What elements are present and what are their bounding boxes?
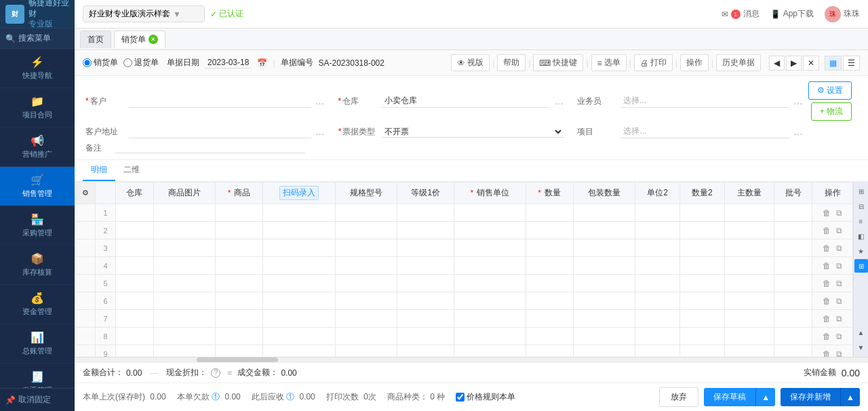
next-page-btn[interactable]: ▶: [786, 56, 802, 71]
sidebar-item-quick-nav[interactable]: ⚡ 快捷导航: [0, 49, 75, 88]
table-row[interactable]: 2 🗑 ⧉: [75, 222, 853, 239]
setup-btn[interactable]: ⚙ 设置: [808, 81, 852, 100]
cell-unit2-5[interactable]: [635, 275, 680, 292]
delete-icon-3[interactable]: 🗑: [823, 243, 831, 253]
th-unit2[interactable]: 单位2: [635, 182, 680, 204]
cell-pack-2[interactable]: [573, 222, 635, 239]
cell-qty-1[interactable]: [526, 204, 573, 222]
cell-product-8[interactable]: [216, 328, 263, 345]
table-row[interactable]: 9 🗑 ⧉: [75, 345, 853, 357]
th-qty[interactable]: 数量: [526, 182, 573, 204]
cell-main-9[interactable]: [724, 345, 774, 357]
panel-icon-2[interactable]: ⊟: [854, 199, 868, 213]
cell-warehouse-3[interactable]: [116, 239, 154, 257]
cell-main-2[interactable]: [724, 222, 774, 239]
th-pack-qty[interactable]: 包装数量: [573, 182, 635, 204]
cell-product-9[interactable]: [216, 345, 263, 357]
cell-qty2-4[interactable]: [679, 257, 724, 275]
cell-unit2-6[interactable]: [635, 292, 680, 310]
cell-product-3[interactable]: [216, 239, 263, 257]
save-new-arrow-btn[interactable]: ▲: [840, 388, 860, 406]
th-warehouse[interactable]: 仓库: [116, 182, 154, 204]
cell-qty-3[interactable]: [526, 239, 573, 257]
cell-unit-4[interactable]: [454, 257, 526, 275]
cell-grade-2[interactable]: [397, 222, 454, 239]
cancel-fixed-btn[interactable]: 📌 取消固定: [0, 389, 75, 411]
cell-qty-2[interactable]: [526, 222, 573, 239]
cell-unit2-3[interactable]: [635, 239, 680, 257]
copy-icon-5[interactable]: ⧉: [836, 279, 842, 288]
price-policy-checkbox[interactable]: 价格规则本单: [456, 391, 515, 403]
sidebar-item-sales[interactable]: 🛒 销售管理: [0, 167, 75, 206]
cell-qty-5[interactable]: [526, 275, 573, 292]
cell-unit2-4[interactable]: [635, 257, 680, 275]
cell-warehouse-1[interactable]: [116, 204, 154, 222]
cell-pack-6[interactable]: [573, 292, 635, 310]
cell-warehouse-4[interactable]: [116, 257, 154, 275]
view-btn[interactable]: 👁 视版: [451, 54, 490, 71]
cell-spec-9[interactable]: [335, 345, 397, 357]
cell-image-9[interactable]: [153, 345, 216, 357]
warehouse-ellipsis-btn[interactable]: …: [554, 96, 564, 106]
cell-barcode-2[interactable]: [263, 222, 336, 239]
delete-icon-5[interactable]: 🗑: [823, 279, 831, 288]
table-row[interactable]: 7 🗑 ⧉: [75, 310, 853, 328]
sidebar-item-inventory[interactable]: 📦 库存核算: [0, 246, 75, 285]
cell-unit-3[interactable]: [454, 239, 526, 257]
note-input[interactable]: [115, 143, 305, 153]
cell-pack-8[interactable]: [573, 328, 635, 345]
sidebar-item-project[interactable]: 📁 项目合同: [0, 88, 75, 128]
cell-main-3[interactable]: [724, 239, 774, 257]
cell-barcode-8[interactable]: [263, 328, 336, 345]
cell-grade-3[interactable]: [397, 239, 454, 257]
message-action[interactable]: ✉ 1 消息: [722, 8, 760, 20]
ops-btn[interactable]: 操作: [680, 54, 709, 71]
table-row[interactable]: 1 🗑 ⧉: [75, 204, 853, 222]
cell-product-1[interactable]: [216, 204, 263, 222]
copy-icon-2[interactable]: ⧉: [836, 226, 842, 235]
cell-unit-7[interactable]: [454, 310, 526, 328]
panel-icon-7[interactable]: ▲: [854, 326, 868, 339]
user-info[interactable]: 珠 珠珠: [825, 6, 860, 22]
cell-pack-7[interactable]: [573, 310, 635, 328]
company-selector[interactable]: 好业财专业版演示样套 ▼: [83, 5, 205, 22]
cell-main-8[interactable]: [724, 328, 774, 345]
save-new-btn[interactable]: 保存并新增: [781, 388, 840, 406]
cell-spec-6[interactable]: [335, 292, 397, 310]
cell-product-2[interactable]: [216, 222, 263, 239]
cell-main-4[interactable]: [724, 257, 774, 275]
cell-spec-8[interactable]: [335, 328, 397, 345]
cell-grade-7[interactable]: [397, 310, 454, 328]
cell-image-1[interactable]: [153, 204, 216, 222]
copy-icon-9[interactable]: ⧉: [836, 349, 842, 357]
table-row[interactable]: 6 🗑 ⧉: [75, 292, 853, 310]
radio-return-input[interactable]: [123, 58, 132, 67]
close-btn[interactable]: ✕: [803, 56, 819, 71]
cell-spec-7[interactable]: [335, 310, 397, 328]
cell-qty-7[interactable]: [526, 310, 573, 328]
cell-unit-6[interactable]: [454, 292, 526, 310]
cell-batch-3[interactable]: [774, 239, 812, 257]
logistics-btn[interactable]: + 物流: [811, 102, 852, 121]
cell-batch-8[interactable]: [774, 328, 812, 345]
cell-unit2-9[interactable]: [635, 345, 680, 357]
panel-icon-1[interactable]: ⊞: [854, 184, 868, 198]
cell-pack-5[interactable]: [573, 275, 635, 292]
cell-warehouse-5[interactable]: [116, 275, 154, 292]
panel-icon-5[interactable]: ★: [854, 244, 868, 258]
th-qty2[interactable]: 数量2: [679, 182, 724, 204]
cell-product-4[interactable]: [216, 257, 263, 275]
cell-main-6[interactable]: [724, 292, 774, 310]
print-btn[interactable]: 🖨 打印: [634, 54, 673, 71]
cell-warehouse-8[interactable]: [116, 328, 154, 345]
cell-grade-1[interactable]: [397, 204, 454, 222]
tab-home[interactable]: 首页: [80, 31, 111, 48]
horizontal-scrollbar[interactable]: [75, 357, 868, 362]
select-btn[interactable]: ≡ 选单: [591, 54, 627, 71]
cell-barcode-3[interactable]: [263, 239, 336, 257]
help-icon[interactable]: ?: [211, 368, 220, 378]
cell-batch-2[interactable]: [774, 222, 812, 239]
sidebar-item-fund[interactable]: 💰 资金管理: [0, 285, 75, 324]
tab-close-icon[interactable]: ✕: [149, 35, 158, 44]
sidebar-item-purchase[interactable]: 🏪 采购管理: [0, 206, 75, 246]
